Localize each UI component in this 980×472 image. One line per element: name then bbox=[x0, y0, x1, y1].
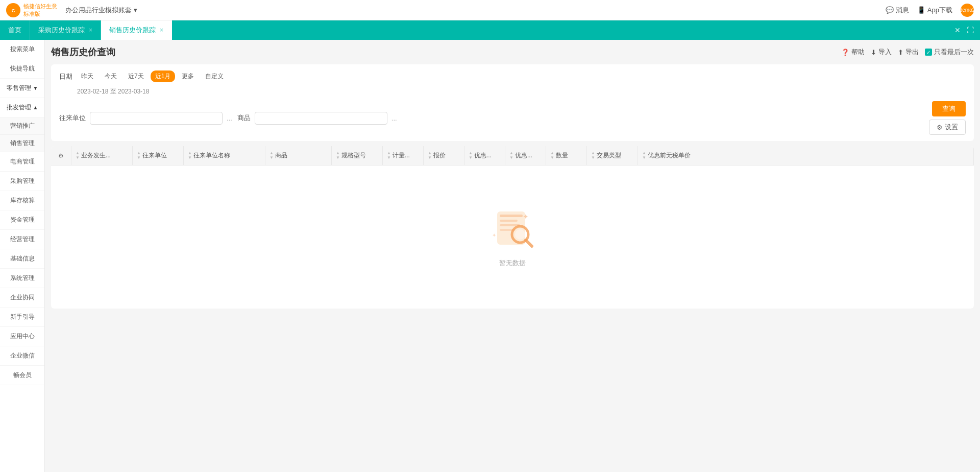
sidebar-item-finance-mgmt[interactable]: 资金管理 bbox=[0, 210, 44, 230]
svg-point-8 bbox=[515, 229, 525, 240]
query-button[interactable]: 查询 bbox=[932, 101, 966, 116]
sort-arrows-goods: ▲ ▼ bbox=[270, 151, 274, 160]
th-spec[interactable]: ▲ ▼ 规格型号 bbox=[332, 146, 383, 165]
date-btn-more[interactable]: 更多 bbox=[177, 70, 199, 82]
empty-state: ✦ ✦ 暂无数据 bbox=[51, 166, 974, 309]
sidebar-item-sys-mgmt[interactable]: 系统管理 bbox=[0, 269, 44, 288]
sidebar-item-retail-mgmt[interactable]: 零售管理 ▼ bbox=[0, 79, 44, 98]
sort-arrows-measure: ▲ ▼ bbox=[387, 151, 391, 160]
sidebar-item-purchase-mgmt[interactable]: 采购管理 bbox=[0, 172, 44, 191]
partner-filter-group: 往来单位 ... bbox=[59, 112, 232, 125]
date-btn-7days[interactable]: 近7天 bbox=[124, 70, 149, 82]
date-btn-custom[interactable]: 自定义 bbox=[201, 70, 228, 82]
date-btn-today[interactable]: 今天 bbox=[100, 70, 121, 82]
th-partner-code[interactable]: ▲ ▼ 往来单位 bbox=[133, 146, 184, 165]
th-goods[interactable]: ▲ ▼ 商品 bbox=[265, 146, 332, 165]
th-notax-label: 优惠前无税单价 bbox=[648, 151, 691, 160]
svg-text:✦: ✦ bbox=[492, 232, 496, 238]
sidebar-item-ecom-mgmt[interactable]: 电商管理 bbox=[0, 152, 44, 172]
th-unit-measure[interactable]: ▲ ▼ 计量... bbox=[383, 146, 424, 165]
svg-rect-3 bbox=[500, 215, 523, 217]
import-icon: ⬇ bbox=[871, 49, 876, 56]
th-notax-price[interactable]: ▲ ▼ 优惠前无税单价 bbox=[638, 146, 974, 165]
sidebar-item-member[interactable]: 畅会员 bbox=[0, 366, 44, 385]
tab-purchase-history[interactable]: 采购历史价跟踪 × bbox=[30, 20, 101, 40]
th-qty[interactable]: ▲ ▼ 数量 bbox=[546, 146, 587, 165]
date-btn-yesterday[interactable]: 昨天 bbox=[77, 70, 98, 82]
th-biz-label: 业务发生... bbox=[81, 151, 111, 160]
sidebar: 搜索菜单 快捷导航 零售管理 ▼ 批发管理 ▲ 营销推广 销售管理 电商管理 采… bbox=[0, 40, 45, 472]
sidebar-item-search-menu[interactable]: 搜索菜单 bbox=[0, 40, 44, 59]
sidebar-item-enterprise-coop[interactable]: 企业协同 bbox=[0, 288, 44, 308]
tab-close-sales[interactable]: × bbox=[160, 27, 163, 34]
th-price[interactable]: ▲ ▼ 报价 bbox=[424, 146, 464, 165]
sidebar-item-ops-mgmt[interactable]: 经营管理 bbox=[0, 230, 44, 249]
sidebar-item-enterprise-wechat[interactable]: 企业微信 bbox=[0, 346, 44, 366]
logo-text: 畅捷信好生意 标准版 bbox=[23, 3, 57, 17]
export-btn[interactable]: ⬆ 导出 bbox=[898, 48, 919, 57]
sidebar-item-sales-mgmt[interactable]: 销售管理 bbox=[0, 135, 44, 152]
sidebar-item-app-center[interactable]: 应用中心 bbox=[0, 327, 44, 346]
empty-text: 暂无数据 bbox=[499, 258, 526, 268]
tab-home[interactable]: 首页 bbox=[0, 20, 30, 40]
sort-arrows-unitname: ▲ ▼ bbox=[188, 151, 192, 160]
sidebar-sub-group: 营销推广 销售管理 bbox=[0, 117, 44, 152]
avatar: demo2 bbox=[961, 4, 974, 17]
th-biz-date[interactable]: ▲ ▼ 业务发生... bbox=[71, 146, 133, 165]
tab-sales-history[interactable]: 销售历史价跟踪 × bbox=[101, 20, 172, 40]
import-btn[interactable]: ⬇ 导入 bbox=[871, 48, 892, 57]
page-header: 销售历史价查询 ❓ 帮助 ⬇ 导入 ⬆ 导出 ✓ 只看最后一次 bbox=[51, 46, 974, 58]
logo-area: C 畅捷信好生意 标准版 bbox=[6, 3, 57, 17]
th-discount1[interactable]: ▲ ▼ 优惠... bbox=[464, 146, 505, 165]
date-filter-group: 日期 昨天 今天 近7天 近1月 更多 自定义 bbox=[59, 70, 228, 82]
sidebar-item-inventory[interactable]: 库存核算 bbox=[0, 191, 44, 210]
only-last-checkbox[interactable]: ✓ 只看最后一次 bbox=[925, 48, 974, 57]
th-discount2-label: 优惠... bbox=[515, 151, 532, 160]
sidebar-item-newbie-guide[interactable]: 新手引导 bbox=[0, 308, 44, 327]
app-icon: 📱 bbox=[917, 6, 925, 14]
sidebar-item-quick-nav[interactable]: 快捷导航 bbox=[0, 59, 44, 79]
app-download-btn[interactable]: 📱 App下载 bbox=[917, 6, 952, 15]
tab-close-purchase[interactable]: × bbox=[89, 27, 92, 34]
close-tab-action[interactable]: ✕ bbox=[952, 25, 963, 35]
svg-text:C: C bbox=[12, 8, 15, 13]
company-name: 办公用品行业模拟账套 bbox=[65, 6, 132, 15]
message-icon: 💬 bbox=[886, 6, 894, 14]
user-avatar-btn[interactable]: demo2 bbox=[961, 4, 974, 17]
date-buttons: 昨天 今天 近7天 近1月 更多 自定义 bbox=[77, 70, 228, 82]
chevron-down-icon: ▾ bbox=[134, 6, 137, 14]
th-trade-label: 交易类型 bbox=[597, 151, 621, 160]
message-btn[interactable]: 💬 消息 bbox=[886, 6, 909, 15]
export-icon: ⬆ bbox=[898, 49, 903, 56]
wholesale-mgmt-arrow: ▲ bbox=[33, 105, 38, 110]
th-trade-type[interactable]: ▲ ▼ 交易类型 bbox=[587, 146, 638, 165]
date-range-display: 2023-02-18 至 2023-03-18 bbox=[77, 88, 149, 95]
th-gear[interactable]: ⚙ bbox=[51, 146, 71, 165]
retail-mgmt-arrow: ▼ bbox=[33, 85, 38, 91]
filter-right-actions: 查询 ⚙ 设置 bbox=[929, 101, 966, 135]
empty-illustration: ✦ ✦ bbox=[487, 206, 538, 252]
sort-arrows-trade: ▲ ▼ bbox=[591, 151, 595, 160]
fullscreen-action[interactable]: ⛶ bbox=[965, 25, 976, 35]
partner-input[interactable] bbox=[90, 112, 223, 125]
goods-input[interactable] bbox=[255, 112, 387, 125]
tab-bar-actions: ✕ ⛶ bbox=[948, 25, 980, 35]
page-title: 销售历史价查询 bbox=[51, 46, 115, 58]
checkbox-teal-icon: ✓ bbox=[925, 49, 932, 56]
table-header: ⚙ ▲ ▼ 业务发生... ▲ ▼ 往来单位 bbox=[51, 146, 974, 166]
partner-filter-dots[interactable]: ... bbox=[227, 114, 232, 122]
date-btn-1month[interactable]: 近1月 bbox=[151, 70, 176, 82]
sidebar-item-wholesale-mgmt[interactable]: 批发管理 ▲ bbox=[0, 98, 44, 117]
sort-arrows-discount1: ▲ ▼ bbox=[469, 151, 473, 160]
sort-arrows-biz: ▲ ▼ bbox=[76, 151, 80, 160]
company-selector[interactable]: 办公用品行业模拟账套 ▾ bbox=[61, 4, 141, 17]
settings-button[interactable]: ⚙ 设置 bbox=[929, 120, 966, 135]
sidebar-item-marketing[interactable]: 营销推广 bbox=[0, 117, 44, 135]
goods-filter-dots[interactable]: ... bbox=[391, 114, 397, 122]
sidebar-item-basic-info[interactable]: 基础信息 bbox=[0, 249, 44, 269]
top-bar: C 畅捷信好生意 标准版 办公用品行业模拟账套 ▾ 💬 消息 📱 App下载 d… bbox=[0, 0, 980, 20]
th-discount2[interactable]: ▲ ▼ 优惠... bbox=[505, 146, 546, 165]
th-partner-name[interactable]: ▲ ▼ 往来单位名称 bbox=[184, 146, 265, 165]
help-btn[interactable]: ❓ 帮助 bbox=[841, 48, 865, 57]
filter-bar: 日期 昨天 今天 近7天 近1月 更多 自定义 2023-02-18 至 202… bbox=[51, 64, 974, 141]
